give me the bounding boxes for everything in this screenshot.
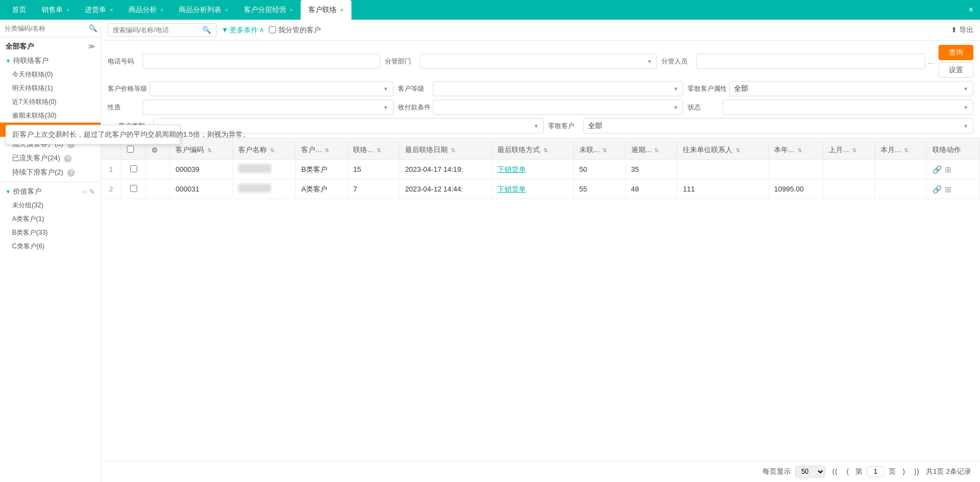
cell-this-year: 10995.00 bbox=[768, 179, 823, 199]
contact-icon[interactable]: 🔗 bbox=[932, 165, 942, 174]
close-all-tabs[interactable]: × bbox=[969, 5, 973, 15]
cell-last-method[interactable]: 下销货单 bbox=[492, 160, 574, 179]
per-page-select[interactable]: 50 100 200 bbox=[795, 466, 825, 478]
data-table-container: ⚙ 客户编码 ⇅ 客户名称 ⇅ 客户... ⇅ 联络... ⇅ 最后联络日期 ⇅… bbox=[101, 141, 980, 461]
col-last-contact-method[interactable]: 最后联络方式 ⇅ bbox=[492, 141, 574, 160]
contact-method-link[interactable]: 下销货单 bbox=[497, 165, 526, 173]
person-ellipsis[interactable]: ... bbox=[928, 57, 934, 66]
nav-purchase[interactable]: 进货单 × bbox=[77, 0, 120, 20]
filter-row-2: 客户价格等级 ▼ 客户等级 ▼ 零散客户属性 全部 bbox=[108, 81, 973, 96]
filter-customer-level: 客户等级 ▼ bbox=[398, 81, 684, 96]
cell-unit-contact: 111 bbox=[677, 179, 768, 199]
cell-customer-type: B类客户 bbox=[296, 160, 348, 179]
tooltip: 距客户上次交易时长，超过了此客户的平均交易周期的1.5倍，则视为异常。 bbox=[5, 125, 180, 144]
close-sales-tab[interactable]: × bbox=[66, 0, 69, 20]
cell-checkbox[interactable] bbox=[121, 160, 146, 179]
prev-page-btn[interactable]: ⟨ bbox=[844, 466, 851, 477]
sidebar-item-c-class[interactable]: C类客户(6) bbox=[0, 240, 101, 253]
sidebar-item-7days[interactable]: 近7天待联络(0) bbox=[0, 95, 101, 109]
col-this-year[interactable]: 本年... ⇅ bbox=[768, 141, 823, 160]
phone-input[interactable] bbox=[143, 54, 380, 69]
col-name[interactable]: 客户名称 ⇅ bbox=[233, 141, 296, 160]
close-analysis-tab[interactable]: × bbox=[160, 0, 163, 20]
row-checkbox[interactable] bbox=[130, 165, 137, 172]
query-button[interactable]: 查询 bbox=[938, 45, 973, 60]
export-button[interactable]: ⬆ 导出 bbox=[951, 25, 973, 35]
retail-customer-select[interactable]: 全部 ▼ bbox=[583, 118, 973, 133]
col-this-month[interactable]: 本月... ⇅ bbox=[875, 141, 927, 160]
cell-uncontacted: 55 bbox=[573, 179, 625, 199]
sidebar-item-a-class[interactable]: A类客户(1) bbox=[0, 212, 101, 226]
close-customer-tier-tab[interactable]: × bbox=[290, 0, 293, 20]
lost-badge: ? bbox=[64, 155, 72, 162]
last-page-btn[interactable]: ⟩⟩ bbox=[912, 466, 922, 477]
contact-icon[interactable]: 🔗 bbox=[932, 185, 942, 194]
value-group-edit-icon[interactable]: ✎ bbox=[89, 188, 95, 196]
retail-attr-select[interactable]: 全部 ▼ bbox=[729, 81, 973, 96]
dept-select[interactable]: ▼ bbox=[420, 54, 658, 69]
nav-analysis-list[interactable]: 商品分析列表 × bbox=[171, 0, 236, 20]
cell-name bbox=[233, 160, 296, 179]
more-action-icon[interactable]: ⊞ bbox=[945, 165, 952, 174]
price-level-select[interactable]: ▼ bbox=[149, 81, 394, 96]
person-input[interactable] bbox=[696, 54, 925, 69]
search-icon[interactable]: 🔍 bbox=[202, 26, 211, 34]
sidebar-item-declining[interactable]: 持续下滑客户(2) ? bbox=[0, 165, 101, 179]
contact-method-link[interactable]: 下销货单 bbox=[497, 185, 526, 193]
sidebar-body: 全部客户 ≫ ▼ 待联络客户 今天待联络(0) 明天待联络(1) 近7天待联络(… bbox=[0, 37, 101, 482]
cell-last-month bbox=[823, 160, 875, 179]
row-checkbox[interactable] bbox=[130, 185, 137, 192]
filter-chevron-icon: ∧ bbox=[259, 26, 265, 34]
payment-select[interactable]: ▼ bbox=[433, 100, 684, 115]
col-contact-count[interactable]: 联络... ⇅ bbox=[348, 141, 400, 160]
status-select[interactable]: ▼ bbox=[723, 100, 973, 115]
sidebar-search-icon[interactable]: 🔍 bbox=[89, 24, 97, 32]
nav-customer-contact[interactable]: 客户联络 × bbox=[301, 0, 351, 20]
sidebar-collapse-icon[interactable]: ≫ bbox=[88, 43, 95, 50]
value-group-circle-icon[interactable]: ○ bbox=[83, 188, 87, 196]
my-customers-checkbox[interactable] bbox=[269, 26, 276, 33]
more-action-icon[interactable]: ⊞ bbox=[945, 185, 952, 194]
pending-group-label[interactable]: ▼ 待联络客户 bbox=[0, 54, 101, 68]
filter-status: 状态 ▼ bbox=[688, 100, 973, 115]
col-overdue[interactable]: 逾期... ⇅ bbox=[625, 141, 677, 160]
more-filter-button[interactable]: ▼ 更多条件 ∧ bbox=[221, 25, 265, 35]
name-blurred bbox=[238, 184, 271, 193]
col-last-month[interactable]: 上月... ⇅ bbox=[823, 141, 875, 160]
col-last-contact-date[interactable]: 最后联络日期 ⇅ bbox=[400, 141, 492, 160]
next-page-btn[interactable]: ⟩ bbox=[900, 466, 907, 477]
action-icons-group: 🔗 ⊞ bbox=[932, 165, 974, 174]
select-all-checkbox[interactable] bbox=[127, 146, 134, 153]
nav-customer-tier[interactable]: 客户分层经营 × bbox=[236, 0, 301, 20]
close-analysis-list-tab[interactable]: × bbox=[225, 0, 228, 20]
gender-select[interactable]: ▼ bbox=[143, 100, 394, 115]
page-number-input[interactable] bbox=[867, 466, 884, 477]
close-purchase-tab[interactable]: × bbox=[109, 0, 113, 20]
cell-last-method[interactable]: 下销货单 bbox=[492, 179, 574, 199]
sidebar-search-input[interactable] bbox=[4, 25, 86, 32]
cell-checkbox[interactable] bbox=[121, 179, 146, 199]
first-page-btn[interactable]: ⟨⟨ bbox=[830, 466, 840, 477]
col-uncontacted[interactable]: 未联... ⇅ bbox=[573, 141, 625, 160]
sidebar-item-b-class[interactable]: B类客户(33) bbox=[0, 226, 101, 240]
nav-sales[interactable]: 销售单 × bbox=[34, 0, 77, 20]
sidebar-item-tomorrow[interactable]: 明天待联络(1) bbox=[0, 82, 101, 95]
close-customer-contact-tab[interactable]: × bbox=[340, 0, 343, 20]
sidebar-item-ungrouped[interactable]: 未分组(32) bbox=[0, 199, 101, 212]
my-customers-checkbox-area[interactable]: 我分管的客户 bbox=[269, 25, 321, 35]
value-group-label[interactable]: ▼ 价值客户 ○ ✎ bbox=[0, 184, 101, 199]
this-month-sort-icon: ⇅ bbox=[904, 147, 908, 153]
setting-button[interactable]: 设置 bbox=[938, 62, 973, 78]
customer-level-select[interactable]: ▼ bbox=[433, 81, 684, 96]
search-input[interactable] bbox=[113, 26, 200, 34]
col-customer-type[interactable]: 客户... ⇅ bbox=[296, 141, 348, 160]
nav-home[interactable]: 首页 bbox=[4, 0, 34, 20]
nav-analysis[interactable]: 商品分析 × bbox=[121, 0, 171, 20]
sidebar-item-overdue[interactable]: 逾期未联络(30) bbox=[0, 109, 101, 123]
data-table: ⚙ 客户编码 ⇅ 客户名称 ⇅ 客户... ⇅ 联络... ⇅ 最后联络日期 ⇅… bbox=[101, 141, 980, 199]
last-month-sort-icon: ⇅ bbox=[852, 147, 856, 153]
col-unit-contact[interactable]: 往来单位联系人 ⇅ bbox=[677, 141, 768, 160]
sidebar-item-lost[interactable]: 已流失客户(24) ? bbox=[0, 151, 101, 165]
action-icons-group: 🔗 ⊞ bbox=[932, 185, 974, 194]
sidebar-item-today[interactable]: 今天待联络(0) bbox=[0, 68, 101, 82]
